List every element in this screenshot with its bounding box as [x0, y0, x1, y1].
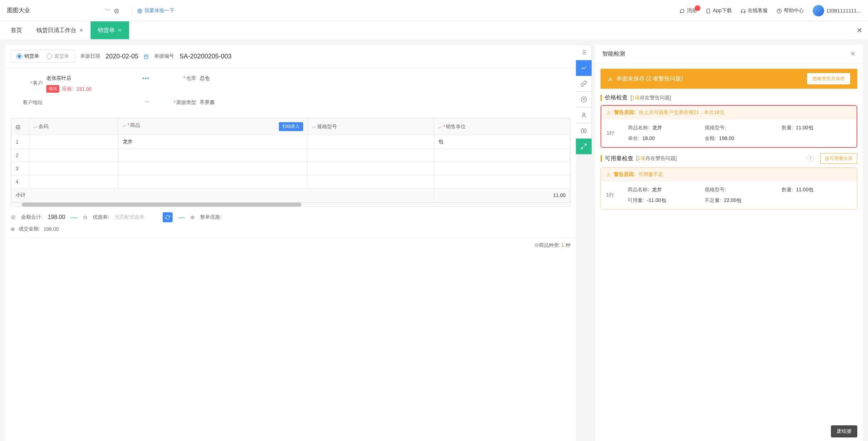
address-select[interactable]: ﹀ — [46, 98, 150, 107]
receivable-label: 应收: — [62, 86, 73, 92]
deal-icon: ⊛ — [11, 226, 15, 232]
close-icon[interactable]: ✕ — [118, 27, 122, 33]
more-icon[interactable]: ••• — [142, 76, 150, 81]
address-label: 客户地址 — [11, 99, 43, 106]
stock-check-section: 可用量检查 [1项存在警告问题] ? 按可用量出库 ⚠ 警告原因: 可用量不足 … — [601, 153, 857, 209]
side-icon-list[interactable] — [576, 45, 592, 60]
company-selector[interactable]: 图图大业 ﹀ — [7, 7, 114, 14]
invoice-value: 不开票 — [200, 99, 215, 106]
table-row[interactable]: 3 — [11, 162, 570, 175]
radio-icon — [16, 53, 22, 59]
svg-point-18 — [583, 113, 585, 115]
side-icon-money[interactable] — [576, 123, 592, 139]
horizontal-scrollbar[interactable] — [11, 203, 571, 207]
subtotal-value: 11.00 — [434, 188, 570, 202]
cell-unit[interactable]: 包 — [434, 135, 570, 149]
discount-label: 整单优惠: — [200, 214, 221, 220]
side-icon-exchange[interactable] — [576, 92, 592, 107]
help-center-link[interactable]: 帮助中心 — [777, 7, 804, 14]
deal-amount-row: ⊛ 成交金额: 198.00 — [5, 224, 576, 238]
warehouse-select[interactable]: 总仓 — [200, 74, 271, 83]
deal-label: 成交金额: — [19, 226, 40, 232]
settings-icon[interactable] — [114, 7, 119, 13]
close-icon[interactable]: ✕ — [79, 27, 83, 33]
settle-tag: 现结 — [46, 85, 59, 93]
product-kinds-value: 1 — [561, 242, 564, 249]
topbar-right: 消息 App下载 在线客服 帮助中心 13381111111... — [680, 5, 861, 16]
svg-point-10 — [17, 126, 19, 128]
side-icon-expand[interactable] — [576, 139, 592, 154]
alert-banner: 单据未保存 [2 项警告问题] 忽略警告并保存 — [601, 69, 857, 89]
trash-button[interactable]: 废纸篓 — [831, 425, 857, 437]
radio-sales[interactable]: 销货单 — [16, 53, 39, 59]
customer-input[interactable]: 老张茶叶店 ••• — [46, 74, 150, 83]
app-download-link[interactable]: App下载 — [706, 7, 732, 14]
table-row[interactable]: 2 — [11, 149, 570, 162]
coupon-input[interactable]: 无匹配优惠券 — [114, 214, 157, 220]
topbar: 图图大业 ﹀ 我要体验一下 消息 App下载 在线客服 — [0, 0, 868, 21]
alert-text: 单据未保存 [2 项警告问题] — [616, 75, 683, 83]
invoice-select[interactable]: 不开票 — [200, 98, 271, 107]
ignore-save-button[interactable]: 忽略警告并保存 — [807, 73, 850, 84]
date-value[interactable]: 2020-02-05 — [106, 53, 138, 60]
tabs-bar: 首页 钱货日清工作台 ✕ 销货单 ✕ ✕ — [0, 21, 868, 39]
divider — [132, 5, 132, 16]
tab-home[interactable]: 首页 — [4, 21, 29, 39]
receivable-value: 231.00 — [76, 86, 92, 92]
close-icon[interactable]: ✕ — [850, 50, 856, 58]
cell-product[interactable]: 龙井 — [118, 135, 307, 149]
experience-link[interactable]: 我要体验一下 — [137, 7, 174, 14]
table-settings-header[interactable] — [11, 119, 29, 135]
side-icon-rail — [576, 45, 592, 441]
scan-button[interactable]: 扫码录入 — [279, 122, 303, 131]
date-label: 单据日期 — [80, 53, 100, 59]
globe-icon — [137, 7, 142, 13]
side-icon-chart[interactable] — [576, 60, 592, 76]
no-value: SA-20200205-003 — [179, 53, 231, 60]
online-service-link[interactable]: 在线客服 — [741, 7, 768, 14]
warning-icon: ⚠ — [606, 172, 611, 177]
workspace: 销货单 退货单 单据日期 2020-02-05 单据编号 SA-20200205… — [0, 39, 868, 441]
price-warning-box: ⚠ 警告原因: 你上次与该客户交易价格21，本次18元 1行 商品名称:龙井 规… — [601, 105, 857, 148]
reason-text: 你上次与该客户交易价格21，本次18元 — [639, 109, 725, 116]
price-check-title: 价格检查 — [605, 94, 628, 102]
invoice-label: 票据类型 — [176, 99, 196, 105]
tab-sales-order[interactable]: 销货单 ✕ — [91, 21, 129, 39]
count-text: [1项存在警告问题] — [636, 155, 677, 162]
order-type-radio-group: 销货单 退货单 — [11, 50, 75, 63]
help-icon[interactable]: ? — [807, 155, 814, 162]
tab-workbench[interactable]: 钱货日清工作台 ✕ — [29, 21, 91, 39]
user-menu[interactable]: 13381111111... — [813, 5, 861, 16]
no-label: 单据编号 — [154, 53, 174, 59]
side-icon-person[interactable] — [576, 107, 592, 123]
radio-return[interactable]: 退货单 — [46, 53, 69, 59]
messages-link[interactable]: 消息 — [680, 7, 697, 14]
ship-by-available-button[interactable]: 按可用量出库 — [820, 153, 857, 164]
row-label: 1行 — [607, 125, 621, 142]
col-spec[interactable]: ▴▾规格型号 — [307, 119, 434, 135]
user-phone: 13381111111... — [826, 8, 861, 14]
address-field: 客户地址 ﹀ — [11, 98, 150, 107]
close-all-icon[interactable]: ✕ — [857, 26, 863, 35]
warning-detail: 1行 商品名称:龙井 规格型号: 数量:11.00包 单价:18.00 金额:1… — [601, 119, 857, 147]
help-icon — [777, 7, 782, 13]
col-product[interactable]: ▴▾*商品扫码录入 — [118, 119, 307, 135]
tab-label: 销货单 — [98, 27, 115, 34]
table-row[interactable]: 4 — [11, 175, 570, 188]
discount-icon: ⊘ — [190, 214, 195, 220]
sort-icon: ▴▾ — [34, 126, 37, 128]
reason-text: 可用量不足 — [638, 171, 663, 178]
warehouse-label: 仓库 — [186, 75, 196, 81]
col-barcode[interactable]: ▴▾条码 — [29, 119, 118, 135]
online-service-label: 在线客服 — [748, 7, 768, 14]
accent-bar — [601, 95, 602, 101]
phone-icon — [706, 7, 711, 13]
col-unit[interactable]: ▴▾*销售单位 — [434, 119, 570, 135]
side-icon-link[interactable] — [576, 76, 592, 92]
calendar-icon[interactable] — [144, 53, 149, 59]
warning-reason: ⚠ 警告原因: 可用量不足 — [601, 168, 857, 181]
avatar — [813, 5, 824, 16]
table-row[interactable]: 1龙井包 — [11, 135, 570, 149]
scrollbar-thumb[interactable] — [22, 203, 301, 207]
refresh-button[interactable] — [163, 212, 173, 222]
